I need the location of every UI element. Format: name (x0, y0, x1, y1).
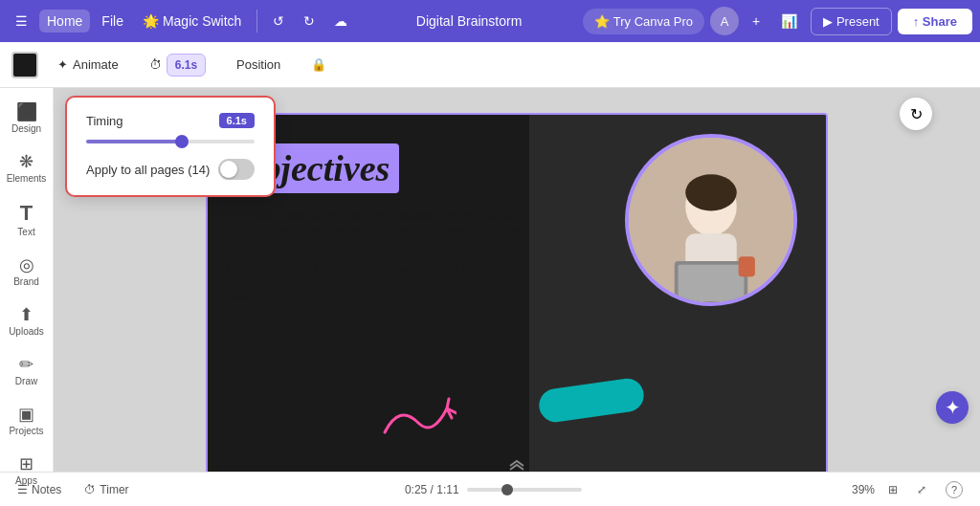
cloud-save-button[interactable]: ☁ (326, 10, 355, 33)
secondary-nav: ✦ Animate ⏱ 6.1s Position 🔒 (0, 42, 980, 88)
nav-divider-1 (256, 10, 257, 33)
position-button[interactable]: Position (225, 52, 292, 77)
timing-button[interactable]: ⏱ 6.1s (138, 48, 217, 82)
notes-button[interactable]: ☰ Notes (11, 481, 67, 498)
sidebar-label-uploads: Uploads (9, 326, 44, 337)
magic-switch-label: Magic Switch (163, 13, 241, 29)
position-label: Position (236, 57, 280, 72)
scroll-arrows (503, 453, 530, 473)
text-icon: T (20, 203, 33, 224)
grid-icon: ⊞ (888, 483, 898, 496)
top-nav: ☰ Home File 🌟 Magic Switch ↺ ↻ ☁ Digital… (0, 0, 980, 42)
timing-icon: ⏱ (149, 57, 162, 72)
avatar[interactable]: A (710, 7, 739, 35)
stats-icon: 📊 (781, 13, 797, 29)
home-button[interactable]: Home (39, 10, 90, 33)
color-picker[interactable] (11, 52, 38, 78)
cloud-icon: ☁ (334, 13, 347, 29)
slide-circle-image (625, 134, 797, 306)
help-icon: ? (946, 481, 963, 498)
present-icon: ▶ (823, 14, 833, 29)
svg-point-3 (685, 174, 737, 210)
menu-icon: ☰ (15, 13, 28, 29)
timing-popup-label: Timing (86, 114, 123, 128)
add-user-button[interactable]: + (745, 10, 768, 33)
expand-view-button[interactable]: ⤢ (911, 481, 932, 498)
sidebar-item-elements[interactable]: ❋ Elements (4, 145, 50, 191)
add-element-button[interactable]: ✦ (936, 391, 969, 424)
sidebar-item-design[interactable]: ⬛ Design (4, 96, 50, 142)
menu-button[interactable]: ☰ (8, 10, 35, 33)
timer-icon: ⏱ (84, 483, 96, 496)
help-button[interactable]: ? (940, 479, 969, 500)
apply-row: Apply to all pages (14) (86, 159, 255, 180)
canvas-area: Timing 6.1s Apply to all pages (14) (54, 88, 980, 472)
sidebar-item-uploads[interactable]: ⬆ Uploads (4, 298, 50, 344)
home-label: Home (47, 13, 82, 29)
try-pro-button[interactable]: ⭐ Try Canva Pro (583, 9, 704, 34)
sidebar-label-elements: Elements (7, 173, 47, 184)
sidebar: ⬛ Design ❋ Elements T Text ◎ Brand ⬆ Upl… (0, 88, 54, 472)
apply-toggle[interactable] (218, 159, 255, 180)
sidebar-label-brand: Brand (13, 276, 39, 287)
bottom-center-controls: 0:25 / 1:11 (405, 483, 582, 496)
present-button[interactable]: ▶ Present (811, 8, 891, 35)
timing-popup: Timing 6.1s Apply to all pages (14) (65, 96, 276, 197)
apply-label: Apply to all pages (14) (86, 163, 210, 177)
timing-popup-value: 6.1s (219, 113, 255, 128)
grid-view-button[interactable]: ⊞ (882, 481, 903, 498)
decorative-marks: / / (504, 122, 521, 144)
animate-button[interactable]: ✦ Animate (46, 52, 130, 77)
undo-button[interactable]: ↺ (265, 10, 292, 33)
file-button[interactable]: File (94, 10, 131, 33)
lock-button[interactable]: 🔒 (300, 52, 338, 77)
try-pro-icon: ⭐ (594, 14, 610, 29)
timeline-dot (501, 484, 513, 495)
brand-icon: ◎ (19, 256, 34, 274)
refresh-button[interactable]: ↻ (900, 98, 932, 130)
pink-arrow-decoration (380, 394, 457, 446)
sidebar-item-brand[interactable]: ◎ Brand (4, 249, 50, 295)
undo-icon: ↺ (273, 13, 284, 29)
stats-button[interactable]: 📊 (773, 10, 805, 33)
magic-switch-button[interactable]: 🌟 Magic Switch (135, 10, 249, 33)
draw-icon: ✏ (19, 356, 33, 373)
notes-label: Notes (32, 483, 61, 496)
projects-icon: ▣ (18, 406, 34, 423)
magic-switch-icon: 🌟 (143, 13, 159, 29)
timing-slider-track[interactable] (86, 140, 255, 143)
add-icon: + (752, 13, 760, 29)
svg-rect-6 (739, 256, 755, 276)
timing-badge[interactable]: 6.1s (167, 54, 206, 77)
sidebar-item-draw[interactable]: ✏ Draw (4, 348, 50, 394)
timing-slider-fill (86, 140, 179, 143)
expand-icon: ⤢ (917, 483, 926, 496)
slide-canvas[interactable]: Objectives Lorem ipsum dolor sit amet, c… (206, 113, 828, 473)
timer-button[interactable]: ⏱ Timer (78, 481, 134, 498)
redo-button[interactable]: ↻ (296, 10, 323, 33)
main-area: ⬛ Design ❋ Elements T Text ◎ Brand ⬆ Upl… (0, 88, 980, 472)
zoom-level: 39% (852, 483, 875, 496)
svg-rect-5 (679, 264, 745, 300)
redo-icon: ↻ (303, 13, 315, 29)
lock-icon: 🔒 (311, 57, 326, 72)
share-icon: ↑ (913, 14, 920, 29)
timer-label: Timer (100, 483, 128, 496)
file-label: File (101, 13, 123, 29)
apps-icon: ⊞ (19, 455, 33, 473)
bottom-bar: ☰ Notes ⏱ Timer 0:25 / 1:11 39% ⊞ ⤢ ? (0, 472, 980, 506)
timeline-time: 0:25 / 1:11 (405, 483, 459, 496)
share-button[interactable]: ↑ Share (898, 9, 972, 34)
slide-right-panel (529, 115, 826, 473)
try-pro-label: Try Canva Pro (613, 14, 693, 29)
notes-icon: ☰ (17, 483, 28, 496)
timeline-bar[interactable] (467, 488, 582, 492)
design-icon: ⬛ (16, 103, 37, 121)
sidebar-label-projects: Projects (9, 426, 43, 436)
sidebar-item-text[interactable]: T Text (4, 195, 50, 245)
bottom-right-controls: 39% ⊞ ⤢ ? (852, 479, 969, 500)
timing-slider-thumb[interactable] (175, 135, 189, 148)
timing-popup-header: Timing 6.1s (86, 113, 255, 128)
animate-label: Animate (73, 57, 119, 72)
sidebar-item-projects[interactable]: ▣ Projects (4, 398, 50, 444)
